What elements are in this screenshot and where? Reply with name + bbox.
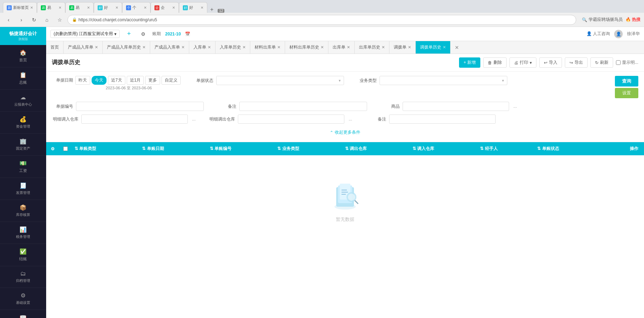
sidebar-item-tax[interactable]: 📊 税务管理 [0,222,46,244]
browser-tab-5[interactable]: 个 个 ✕ [122,2,151,13]
page-tab-prod-in2[interactable]: 产成品入库单 ✕ [150,41,189,54]
remark-input[interactable] [239,102,367,111]
query-button[interactable]: 查询 [615,76,638,87]
page-tab-in-close[interactable]: ✕ [208,45,211,50]
th-date[interactable]: ⇅ 单账日期 [139,142,207,155]
page-tab-transfer[interactable]: 调拨单 ✕ [389,41,416,54]
page-tab-home[interactable]: 首页 [46,41,64,54]
detail-in-more-button[interactable]: ... [191,117,197,122]
delete-button[interactable]: 🗑 删除 [483,57,507,68]
date-1month-btn[interactable]: 近1月 [127,76,144,85]
sidebar-item-wage[interactable]: 💵 工资 [0,156,46,178]
doc-number-input[interactable] [76,102,204,111]
status-select[interactable]: ▾ [216,76,344,85]
sidebar-item-home[interactable]: 🏠 首页 [0,45,46,67]
refresh-button[interactable]: ↻ 刷新 [590,57,613,68]
page-tab-out[interactable]: 出库单 ✕ [328,41,355,54]
page-tab-mat-out-hist[interactable]: 材料出库单历史 ✕ [285,41,328,54]
page-tab-prod-in-close[interactable]: ✕ [95,45,98,50]
th-biz-type[interactable]: ⇅ 业务类型 [274,142,342,155]
detail-out-more-button[interactable]: ... [347,117,354,122]
remark2-input[interactable] [389,115,496,124]
detail-out-input[interactable] [238,115,344,124]
browser-tab-3[interactable]: 易 易 ✕ [65,2,94,13]
page-tab-transfer-hist-close[interactable]: ✕ [443,45,446,50]
refresh-button[interactable]: ↻ [29,15,39,25]
tab-count: 12 [218,9,224,13]
forward-button[interactable]: › [16,15,26,25]
page-tab-in-hist-close[interactable]: ✕ [242,45,246,50]
th-checkbox[interactable] [59,142,72,155]
print-button[interactable]: 🖨 打印 ▾ [509,57,536,68]
company-settings-button[interactable]: ⚙ [138,29,148,39]
bookmark-button[interactable]: ☆ [55,15,65,25]
th-status[interactable]: ⇅ 单账状态 [534,142,602,155]
address-bar[interactable]: 🔒 https://cloud.chanjet.com/accounting/u… [67,15,576,25]
sidebar-item-settings[interactable]: ⚙ 基础设置 [0,288,46,310]
page-tab-prod-in[interactable]: 产成品入库单 ✕ [64,41,103,54]
th-handler[interactable]: ⇅ 经手人 [477,142,534,155]
page-tab-transfer-hist[interactable]: 调拨单历史 ✕ [416,41,451,54]
select-all-checkbox[interactable] [63,146,68,151]
date-custom-btn[interactable]: 自定义 [162,76,181,85]
goods-more-button[interactable]: ... [512,104,518,109]
home-button[interactable]: ⌂ [42,15,52,25]
sidebar-item-assets[interactable]: 🏢 固定资产 [0,134,46,156]
browser-tab-7[interactable]: 好 好 ✕ [179,2,207,13]
company-selector[interactable]: (勿删勿禁用) 江西服宝测试专用 ▾ [50,30,120,38]
th-settings[interactable]: ⚙ [46,142,59,155]
user-service[interactable]: 👤 人工咨询 [586,31,610,37]
sidebar-item-archive[interactable]: 🗂 归档管理 [0,266,46,288]
page-tab-out-hist[interactable]: 出库单历史 ✕ [355,41,389,54]
page-tab-mat-out-hist-close[interactable]: ✕ [321,45,324,50]
calendar-icon[interactable]: 📅 [185,32,190,37]
browser-tab-6[interactable]: 企 企 ✕ [151,2,179,13]
user-avatar[interactable]: 👤 [614,30,623,38]
new-tab-btn[interactable]: + [207,6,216,13]
page-tab-out-close[interactable]: ✕ [347,45,350,50]
show-all-checkbox[interactable] [616,60,621,65]
date-yesterday-btn[interactable]: 昨天 [75,76,90,85]
print-dropdown-icon[interactable]: ▾ [530,60,532,65]
th-number[interactable]: ⇅ 单账编号 [207,142,274,155]
sidebar-label-report: 云报表中心 [14,102,32,107]
page-tab-mat-out[interactable]: 材料出库单 ✕ [250,41,285,54]
th-out-warehouse[interactable]: ⇅ 调出仓库 [342,142,410,155]
sidebar-item-invoice[interactable]: 🧾 发票管理 [0,178,46,200]
page-tab-transfer-close[interactable]: ✕ [408,45,411,50]
add-company-button[interactable]: + [124,29,134,39]
close-all-tabs-button[interactable]: ✕ [452,45,462,50]
page-tab-in[interactable]: 入库单 ✕ [189,41,215,54]
browser-tab-1[interactable]: 新 新标签页 ✕ [3,2,37,13]
add-button[interactable]: + 新增 [459,57,480,68]
page-tab-prod-in-hist[interactable]: 产成品入库单历史 ✕ [103,41,150,54]
browser-tab-4[interactable]: 好 好 ✕ [94,2,122,13]
page-tab-mat-out-close[interactable]: ✕ [277,45,280,50]
sidebar-item-guide[interactable]: 📖 新手引导 [0,310,46,318]
sidebar-item-fund[interactable]: 💰 资金管理 [0,112,46,134]
export-button[interactable]: ↪ 导出 [565,57,588,68]
sidebar-item-report[interactable]: ☁ 云报表中心 [0,90,46,112]
page-tab-out-hist-close[interactable]: ✕ [382,45,385,50]
page-tab-prod-in-hist-close[interactable]: ✕ [142,45,146,50]
biz-type-select[interactable]: ▾ [380,76,507,85]
import-button[interactable]: ↩ 导入 [539,57,562,68]
page-tab-prod-in2-close[interactable]: ✕ [181,45,185,50]
detail-in-input[interactable] [81,115,188,124]
sidebar-item-inventory[interactable]: 📦 库存核算 [0,200,46,222]
date-today-btn[interactable]: 今天 [92,76,107,85]
collapse-filter-button[interactable]: ⌃ 收起更多条件 [52,127,638,138]
th-in-warehouse-label: ⇅ 调入仓库 [413,146,434,151]
sidebar-item-close[interactable]: ✅ 结账 [0,244,46,266]
date-7days-btn[interactable]: 近7天 [108,76,125,85]
settings-button[interactable]: 设置 [615,88,638,98]
goods-input[interactable] [403,102,509,111]
back-button[interactable]: ‹ [4,15,13,25]
sidebar-item-ledger[interactable]: 📋 总账 [0,67,46,90]
show-all-checkbox-label[interactable]: 显示明... [616,60,638,66]
date-more-btn[interactable]: 更多 [145,76,160,85]
th-in-warehouse[interactable]: ⇅ 调入仓库 [410,142,477,155]
page-tab-in-hist[interactable]: 入库单历史 ✕ [215,41,250,54]
th-type[interactable]: ⇅ 单账类型 [72,142,139,155]
browser-tab-2[interactable]: 易 易 ✕ [37,2,65,13]
